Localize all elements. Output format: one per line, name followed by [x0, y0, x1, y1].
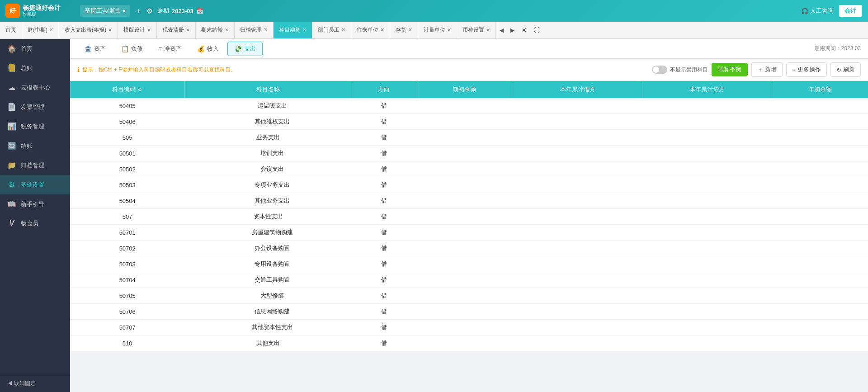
table-row[interactable]: 505 业务支出 借	[70, 130, 868, 146]
sidebar-item-member[interactable]: V 畅会员	[0, 214, 70, 233]
logo-area: 好 畅捷通好会计 旗舰版	[5, 4, 75, 18]
sub-tab-liability[interactable]: 📋 负债	[114, 42, 150, 56]
tab-subject-init[interactable]: 科目期初 ✕	[274, 22, 312, 38]
table-row[interactable]: 50707 其他资本性支出 借	[70, 320, 868, 335]
tab-partner[interactable]: 往来单位 ✕	[351, 22, 390, 38]
tab-unit-close[interactable]: ✕	[447, 27, 451, 33]
sub-tab-expense-label: 支出	[244, 45, 256, 53]
cell-annual-debit	[513, 98, 642, 114]
tab-home[interactable]: 首页	[0, 22, 22, 38]
tab-dept-close[interactable]: ✕	[341, 27, 345, 33]
sidebar-item-report[interactable]: ☁ 云报表中心	[0, 78, 70, 97]
cell-annual-debit	[513, 304, 642, 320]
table-row[interactable]: 50706 信息网络购建 借	[70, 304, 868, 320]
tab-tax-close[interactable]: ✕	[186, 27, 190, 33]
tab-subject-init-close[interactable]: ✕	[302, 27, 307, 33]
top-header: 好 畅捷通好会计 旗舰版 基层工会测试 ▾ ＋ ⚙ 账期 2023-03 📅 🎧…	[0, 0, 868, 22]
table-row[interactable]: 50701 房屋建筑物购建 借	[70, 225, 868, 241]
tab-dept[interactable]: 部门员工 ✕	[312, 22, 351, 38]
tab-inventory[interactable]: 存货 ✕	[390, 22, 418, 38]
sidebar-item-archive[interactable]: 📁 归档管理	[0, 156, 70, 175]
cell-name: 交通工具购置	[184, 272, 352, 288]
tab-period-end[interactable]: 期末结转 ✕	[196, 22, 235, 38]
tab-tax[interactable]: 税表清册 ✕	[157, 22, 196, 38]
tab-currency-close[interactable]: ✕	[486, 27, 490, 33]
cell-year-begin	[772, 272, 868, 288]
cell-annual-debit	[513, 335, 642, 351]
more-button[interactable]: ≡ 更多操作	[786, 62, 827, 77]
sidebar-item-close[interactable]: 🔄 结账	[0, 136, 70, 156]
sidebar-label-guide: 新手引导	[21, 200, 44, 208]
tab-archive-close[interactable]: ✕	[264, 27, 268, 33]
sidebar-collapse-btn[interactable]: ◀ 取消固定	[0, 375, 70, 392]
toolbar: ℹ 提示：按Ctrl + F键并输入科目编码或者科目名称可以查找科目。 不显示禁…	[70, 59, 868, 81]
cell-name: 资本性支出	[184, 209, 352, 225]
tab-income-annual-close[interactable]: ✕	[108, 27, 112, 33]
tab-prev-btn[interactable]: ◀	[496, 22, 507, 38]
sidebar-item-settings[interactable]: ⚙ 基础设置	[0, 175, 70, 194]
tab-next-btn[interactable]: ▶	[507, 22, 518, 38]
sidebar-item-tax[interactable]: 📊 税务管理	[0, 117, 70, 136]
cell-annual-credit	[642, 209, 772, 225]
table-row[interactable]: 50405 运温暖支出 借	[70, 98, 868, 114]
table-row[interactable]: 50503 专项业务支出 借	[70, 177, 868, 193]
table-row[interactable]: 50406 其他维权支出 借	[70, 114, 868, 130]
cell-dir: 借	[352, 130, 416, 146]
sub-tab-equity[interactable]: ≡ 净资产	[151, 42, 189, 56]
sub-tab-income[interactable]: 💰 收入	[190, 42, 226, 56]
notice-bar: ℹ 提示：按Ctrl + F键并输入科目编码或者科目名称可以查找科目。	[77, 66, 645, 74]
sidebar-item-ledger[interactable]: 📒 总账	[0, 58, 70, 78]
tab-currency[interactable]: 币种设置 ✕	[457, 22, 496, 38]
col-settings-icon[interactable]: ⚙	[137, 86, 142, 93]
cell-name: 信息网络购建	[184, 304, 352, 320]
company-selector[interactable]: 基层工会测试 ▾	[80, 5, 130, 17]
cell-annual-debit	[513, 130, 642, 146]
cell-name: 运温暖支出	[184, 98, 352, 114]
sidebar-item-guide[interactable]: 📖 新手引导	[0, 194, 70, 214]
tab-bar: 首页 财(中期) ✕ 收入支出表(年报) ✕ 模版设计 ✕ 税表清册 ✕ 期末结…	[0, 22, 868, 39]
table-row[interactable]: 50704 交通工具购置 借	[70, 272, 868, 288]
add-tab-icon[interactable]: ＋	[135, 6, 142, 16]
add-button[interactable]: ＋ 新增	[751, 62, 783, 77]
tab-archive[interactable]: 归档管理 ✕	[235, 22, 274, 38]
sub-tab-asset[interactable]: 🏦 资产	[77, 42, 113, 56]
cell-annual-credit	[642, 161, 772, 177]
table-row[interactable]: 507 资本性支出 借	[70, 209, 868, 225]
sub-tab-expense[interactable]: 💸 支出	[227, 42, 263, 56]
tax-icon: 📊	[7, 122, 16, 131]
help-button[interactable]: 🎧 人工咨询	[801, 7, 834, 15]
sidebar-item-invoice[interactable]: 📄 发票管理	[0, 97, 70, 117]
tab-close-all-btn[interactable]: ✕	[518, 22, 530, 38]
account-button[interactable]: 会计	[838, 4, 863, 18]
table-row[interactable]: 50502 会议支出 借	[70, 161, 868, 177]
tab-inventory-close[interactable]: ✕	[408, 27, 412, 33]
tab-unit[interactable]: 计量单位 ✕	[418, 22, 457, 38]
cell-dir: 借	[352, 209, 416, 225]
table-row[interactable]: 50705 大型修缮 借	[70, 288, 868, 304]
tab-partner-close[interactable]: ✕	[380, 27, 384, 33]
cell-year-begin	[772, 256, 868, 272]
refresh-button[interactable]: ↻ 刷新	[830, 62, 861, 77]
table-row[interactable]: 50504 其他业务支出 借	[70, 193, 868, 209]
toggle-disabled-subject[interactable]	[652, 66, 667, 74]
cell-dir: 借	[352, 177, 416, 193]
calendar-icon[interactable]: 📅	[196, 8, 203, 14]
table-row[interactable]: 50702 办公设备购置 借	[70, 241, 868, 256]
table-row[interactable]: 50703 专用设备购置 借	[70, 256, 868, 272]
settings-icon[interactable]: ⚙	[146, 7, 153, 15]
tab-income-annual[interactable]: 收入支出表(年报) ✕	[59, 22, 118, 38]
tab-template-close[interactable]: ✕	[147, 27, 151, 33]
sidebar-label-ledger: 总账	[21, 64, 33, 72]
table-row[interactable]: 510 其他支出 借	[70, 335, 868, 351]
tab-template[interactable]: 模版设计 ✕	[118, 22, 157, 38]
cell-code: 50703	[70, 256, 184, 272]
table-row[interactable]: 50501 培训支出 借	[70, 146, 868, 161]
tab-finance-mid-close[interactable]: ✕	[49, 27, 53, 33]
sidebar-item-home[interactable]: 🏠 首页	[0, 39, 70, 58]
tab-expand-btn[interactable]: ⛶	[530, 22, 543, 38]
balance-button[interactable]: 试算平衡	[712, 63, 748, 76]
tab-period-end-close[interactable]: ✕	[225, 27, 229, 33]
guide-icon: 📖	[7, 200, 16, 208]
tab-finance-mid[interactable]: 财(中期) ✕	[22, 22, 59, 38]
cell-begin-balance	[416, 177, 513, 193]
